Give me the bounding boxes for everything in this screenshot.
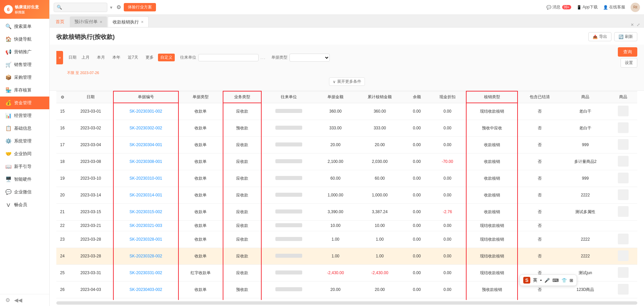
date-btn-custom[interactable]: 自定义 xyxy=(158,54,175,61)
date-btn-this-year[interactable]: 本年 xyxy=(109,54,123,61)
sn-link[interactable]: SK-20230403-002 xyxy=(129,287,162,292)
search-input[interactable] xyxy=(63,5,104,10)
settings-icon[interactable]: ⚙ xyxy=(5,297,10,303)
cell-written-off: 20.00 xyxy=(355,281,405,298)
sn-link[interactable]: SK-20230321-003 xyxy=(129,223,162,228)
sidebar-item-sales[interactable]: 🛒销售管理 xyxy=(0,58,49,71)
partner-input[interactable] xyxy=(198,54,259,61)
sidebar-item-system[interactable]: ⚙️系统管理 xyxy=(0,135,49,147)
cell-amount: 100.00 xyxy=(316,298,355,300)
sidebar-item-search[interactable]: 🔍搜索菜单 xyxy=(0,20,49,33)
app-download-item[interactable]: 📱 App下载 xyxy=(577,4,598,10)
sn-link[interactable]: SK-20230302-002 xyxy=(129,126,162,130)
sidebar-label-basic: 基础信息 xyxy=(14,125,32,131)
sn-link[interactable]: SK-20230308-001 xyxy=(129,159,162,164)
gear-icon[interactable]: ⚙ xyxy=(116,4,121,10)
cell-has-settled: 否 xyxy=(518,203,562,220)
im-item-ying[interactable]: 英 xyxy=(533,277,537,283)
horizontal-scrollbar[interactable] xyxy=(56,301,637,305)
cell-product: 多计量商品2 xyxy=(562,153,609,170)
online-service-item[interactable]: 👤 在线客服 xyxy=(603,4,625,10)
th-write-off-type[interactable]: 核销类型 xyxy=(466,91,518,103)
sidebar-item-quick-nav[interactable]: 🏠快捷导航 xyxy=(0,33,49,46)
th-written-off[interactable]: 累计核销金额 xyxy=(355,91,405,103)
sidebar-item-collab[interactable]: 🤝企业协同 xyxy=(0,147,49,160)
cell-biz-type: 应收款 xyxy=(223,170,261,187)
th-sn[interactable]: 单据编号 xyxy=(113,91,178,103)
sn-link[interactable]: SK-20230301-002 xyxy=(129,109,162,114)
cell-biz-type: 应收款 xyxy=(223,231,261,248)
th-amount[interactable]: 单据金额 xyxy=(316,91,355,103)
sidebar-item-purchase[interactable]: 📦采购管理 xyxy=(0,71,49,84)
cell-discount: 0.00 xyxy=(429,103,466,120)
sn-link[interactable]: SK-20230304-001 xyxy=(129,142,162,147)
tab-payable-close[interactable]: ✕ xyxy=(100,20,102,24)
export-button[interactable]: 📤 导出 xyxy=(588,32,611,41)
cell-written-off: -2,430.00 xyxy=(355,264,405,281)
cell-discount: 0.00 xyxy=(429,136,466,153)
sn-link[interactable]: SK-20230314-001 xyxy=(129,193,162,197)
th-balance[interactable]: 余额 xyxy=(405,91,429,103)
im-grid-icon[interactable]: ⊞ xyxy=(570,278,573,283)
th-has-settled[interactable]: 包含已结清 xyxy=(518,91,562,103)
dropdown-arrow-icon[interactable]: ▾ xyxy=(110,5,112,10)
sn-link[interactable]: SK-20230328-001 xyxy=(129,237,162,242)
th-partner[interactable]: 往来单位 xyxy=(261,91,316,103)
cell-no: 16 xyxy=(56,120,68,136)
cell-discount: 0.00 xyxy=(429,170,466,187)
date-btn-this-month[interactable]: 本月 xyxy=(94,54,108,61)
sidebar-item-wechat[interactable]: 💬企业微信 xyxy=(0,186,49,198)
sn-link[interactable]: SK-20230315-002 xyxy=(129,209,162,214)
cell-date: 2023-03-15 xyxy=(68,203,113,220)
tab-collection-close[interactable]: ✕ xyxy=(141,20,144,24)
sidebar-item-inventory[interactable]: 🏪库存核算 xyxy=(0,84,49,97)
sidebar-item-member[interactable]: V畅会员 xyxy=(0,198,49,211)
cell-doc-type: 收款单 xyxy=(178,187,223,203)
filter-settings-button[interactable]: 设置 xyxy=(621,58,637,68)
sn-link[interactable]: SK-20230328-002 xyxy=(129,254,162,258)
sidebar-label-purchase: 采购管理 xyxy=(14,74,32,80)
date-btn-more[interactable]: 更多 xyxy=(143,54,157,61)
collapse-icon[interactable]: ◀◀ xyxy=(14,297,22,303)
expand-more-button[interactable]: ∨ 展开更多条件 xyxy=(329,77,365,86)
th-discount[interactable]: 现金折扣 xyxy=(429,91,466,103)
solution-button[interactable]: 体验行业方案 xyxy=(124,3,156,11)
sn-link[interactable]: SK-20230310-001 xyxy=(129,176,162,181)
online-service-label: 在线客服 xyxy=(609,4,625,10)
user-avatar[interactable]: Rit xyxy=(631,3,640,12)
close-all-icon[interactable]: ✕ xyxy=(631,22,634,27)
th-settings[interactable]: ⚙ xyxy=(56,91,68,103)
sidebar-item-hardware[interactable]: 🖥️智能硬件 xyxy=(0,173,49,186)
cell-has-settled: 否 xyxy=(518,298,562,300)
message-item[interactable]: 💬 消息 99+ xyxy=(546,4,571,10)
th-date[interactable]: 日期 xyxy=(68,91,113,103)
th-product-img[interactable]: 商品 xyxy=(609,91,637,103)
filter-expand-arrow[interactable]: » xyxy=(56,51,63,64)
im-keyboard-icon[interactable]: ⌨ xyxy=(552,278,559,283)
tab-collection[interactable]: 收款核销执行 ✕ xyxy=(108,16,149,27)
date-btn-7days[interactable]: 近7天 xyxy=(125,54,141,61)
sidebar-item-operations[interactable]: 📊经营管理 xyxy=(0,109,49,122)
tab-home[interactable]: 首页 xyxy=(51,16,69,27)
th-product[interactable]: 商品 xyxy=(562,91,609,103)
sidebar-item-guide[interactable]: 📖新手引导 xyxy=(0,160,49,173)
sidebar-item-basic[interactable]: 📋基础信息 xyxy=(0,122,49,135)
logo-icon: 6 xyxy=(4,5,13,14)
im-shirt-icon[interactable]: 👕 xyxy=(561,278,567,283)
partner-dots[interactable]: ... xyxy=(261,55,266,60)
sidebar-item-finance[interactable]: 💰资金管理 xyxy=(0,97,49,109)
date-filter-btns: 上月 本月 本年 近7天 更多 自定义 xyxy=(78,54,175,61)
tab-payable[interactable]: 预计/应付单 ✕ xyxy=(70,16,107,27)
cell-partner xyxy=(261,264,316,281)
date-btn-last-month[interactable]: 上月 xyxy=(78,54,93,61)
th-doc-type[interactable]: 单据类型 xyxy=(178,91,223,103)
sidebar-item-marketing[interactable]: 📢营销推广 xyxy=(0,46,49,58)
im-mic-icon[interactable]: 🎤 xyxy=(544,278,550,283)
sn-link[interactable]: SK-20230331-002 xyxy=(129,270,162,275)
th-biz-type[interactable]: 业务类型 xyxy=(223,91,261,103)
refresh-button[interactable]: 🔄 刷新 xyxy=(614,32,637,41)
expand-window-icon[interactable]: ⤢ xyxy=(637,22,640,27)
doc-type-select[interactable] xyxy=(289,54,330,62)
query-button[interactable]: 查询 xyxy=(618,47,637,57)
cell-amount: 1.00 xyxy=(316,248,355,264)
